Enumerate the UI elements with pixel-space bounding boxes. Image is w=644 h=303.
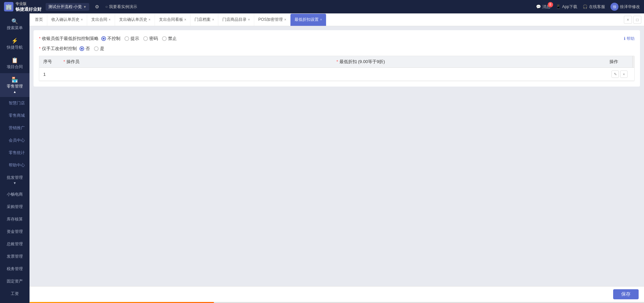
tab-store-archive[interactable]: 门店档案 × — [191, 14, 218, 26]
save-button[interactable]: 保存 — [613, 289, 639, 299]
sidebar-item-invoice[interactable]: 发票管理 — [0, 250, 30, 263]
settings-card: 收银员低于最低折扣控制策略 不控制 提示 密码 — [34, 30, 640, 87]
radio-password[interactable]: 密码 — [143, 36, 158, 42]
page-content: 收银员低于最低折扣控制策略 不控制 提示 密码 — [30, 26, 644, 286]
row-delete-btn[interactable]: × — [620, 70, 628, 78]
logo: 🏢 专业版 畅捷通好业财 — [4, 1, 42, 12]
radio-dot-yes — [94, 46, 99, 51]
radio-hint[interactable]: 提示 — [124, 36, 139, 42]
sidebar-item-online-store[interactable]: 零售商城 — [0, 109, 30, 122]
discount-control-options: 不控制 提示 密码 禁止 — [101, 36, 177, 42]
tab-store-product[interactable]: 门店商品目录 × — [218, 14, 254, 26]
message-btn[interactable]: 💬 消息 8 — [536, 4, 550, 10]
tab-close-income-history[interactable]: × — [81, 18, 83, 21]
tab-payment-contract[interactable]: 支出合同 × — [87, 14, 115, 26]
sidebar-bottom: ⚙ — [0, 300, 30, 303]
sidebar-item-nav[interactable]: ⚡ 快捷导航 — [0, 34, 30, 54]
search-icon: 🔍 — [11, 18, 18, 24]
sidebar-item-search[interactable]: 🔍 搜索菜单 — [0, 15, 30, 34]
row-edit-btn[interactable]: ✎ — [611, 70, 619, 78]
tab-close-pos-password[interactable]: × — [284, 18, 286, 21]
sidebar-item-marketing[interactable]: 营销推广 — [0, 122, 30, 134]
topbar-right: 💬 消息 8 📱 App下载 🎧 在线客服 徐 徐泽华修改 — [536, 3, 640, 11]
tab-close-store-archive[interactable]: × — [212, 18, 214, 21]
col-discount-header: 最低折扣 (9.00等于9折) — [332, 56, 605, 67]
online-service-btn[interactable]: 🎧 在线客服 — [583, 4, 605, 10]
discount-control-row: 收银员低于最低折扣控制策略 不控制 提示 密码 — [39, 36, 635, 42]
logo-text: 专业版 畅捷通好业财 — [15, 1, 42, 12]
logo-icon: 🏢 — [4, 2, 13, 11]
sidebar-item-stats[interactable]: 零售统计 — [0, 147, 30, 159]
message-icon: 💬 — [536, 4, 541, 9]
sidebar-item-purchase[interactable]: 采购管理 — [0, 201, 30, 213]
chevron-down-icon: ▼ — [13, 181, 16, 185]
app-icon: 📱 — [556, 4, 561, 9]
tab-close-payment-contract-board[interactable]: × — [184, 18, 186, 21]
row-action-cell: ✎ × — [607, 68, 634, 81]
tab-close-store-product[interactable]: × — [248, 18, 250, 21]
lightning-icon: ⚡ — [11, 38, 18, 44]
tab-close-payment-confirm-history[interactable]: × — [149, 18, 151, 21]
project-selector[interactable]: 测试分开流程-小觉 ▼ — [46, 3, 89, 11]
col-seq-header: 序号 — [39, 56, 59, 67]
main-layout: 🔍 搜索菜单 ⚡ 快捷导航 📋 项目合同 🏪 零售管理 ▲ 智慧门店 零售商城 … — [0, 13, 644, 303]
sidebar-item-project[interactable]: 📋 项目合同 — [0, 54, 30, 73]
radio-forbid[interactable]: 禁止 — [162, 36, 177, 42]
table-header: 序号 操作员 最低折扣 (9.00等于9折) 操作 — [39, 56, 634, 68]
contract-icon: 📋 — [11, 57, 18, 63]
sidebar-item-inventory[interactable]: 库存核算 — [0, 213, 30, 225]
tab-close-min-discount[interactable]: × — [320, 18, 322, 21]
content-area: 首页 收入确认单历史 × 支出合同 × 支出确认单历史 × 支出合同看板 × 门… — [30, 13, 644, 303]
sidebar: 🔍 搜索菜单 ⚡ 快捷导航 📋 项目合同 🏪 零售管理 ▲ 智慧门店 零售商城 … — [0, 13, 30, 303]
tab-payment-contract-board[interactable]: 支出合同看板 × — [155, 14, 191, 26]
sidebar-item-tax[interactable]: 税务管理 — [0, 263, 30, 275]
demo-link[interactable]: ○ 我要看实例演示 — [105, 4, 137, 10]
sidebar-item-help[interactable]: 帮助中心 — [0, 159, 30, 171]
sidebar-item-ledger[interactable]: 总账管理 — [0, 238, 30, 250]
sidebar-item-batch[interactable]: 批发管理 ▼ — [0, 171, 30, 188]
app-download-btn[interactable]: 📱 App下载 — [556, 4, 577, 10]
tab-income-history[interactable]: 收入确认单历史 × — [47, 14, 87, 26]
tab-bar: 首页 收入确认单历史 × 支出合同 × 支出确认单历史 × 支出合同看板 × 门… — [30, 13, 644, 26]
close-tab-action[interactable]: × — [624, 16, 632, 24]
chevron-icon: ▲ — [13, 90, 16, 94]
sidebar-item-payroll[interactable]: 工资 — [0, 288, 30, 300]
radio-no-control[interactable]: 不控制 — [101, 36, 120, 42]
tab-close-payment-contract[interactable]: × — [109, 18, 111, 21]
bottom-bar: 保存 — [30, 286, 644, 302]
scrollbar-placeholder — [632, 56, 634, 67]
discount-table: 序号 操作员 最低折扣 (9.00等于9折) 操作 1 ✎ × — [39, 56, 635, 81]
radio-dot-hint — [124, 36, 129, 41]
settings-icon[interactable]: ⚙ — [93, 3, 101, 11]
col-action-header: 操作 — [605, 56, 632, 67]
avatar: 徐 — [610, 3, 619, 11]
demo-icon: ○ — [105, 4, 108, 9]
tab-payment-confirm-history[interactable]: 支出确认单历史 × — [115, 14, 155, 26]
row-actions: ✎ × — [611, 70, 630, 78]
sidebar-item-ecommerce[interactable]: 小畅电商 — [0, 188, 30, 201]
col-operator-header: 操作员 — [59, 56, 332, 67]
manual-control-options: 否 是 — [79, 46, 104, 52]
row-seq: 1 — [39, 69, 59, 80]
sidebar-item-asset[interactable]: 固定资产 — [0, 275, 30, 288]
sidebar-item-smart-store[interactable]: 智慧门店 — [0, 97, 30, 109]
radio-no[interactable]: 否 — [79, 46, 90, 52]
manual-control-row: 仅手工改价时控制 否 是 — [39, 46, 635, 52]
radio-dot-no — [79, 46, 84, 51]
radio-yes[interactable]: 是 — [94, 46, 104, 52]
help-btn[interactable]: ℹ 帮助 — [624, 36, 635, 42]
question-icon: ℹ — [624, 36, 626, 41]
sidebar-item-finance[interactable]: 资金管理 — [0, 225, 30, 238]
user-menu[interactable]: 徐 徐泽华修改 — [610, 3, 640, 11]
tab-min-discount[interactable]: 最低折扣设置 × — [290, 14, 326, 26]
sidebar-item-member[interactable]: 会员中心 — [0, 134, 30, 147]
maximize-tab-action[interactable]: □ — [633, 16, 641, 24]
chevron-down-icon: ▼ — [83, 5, 87, 9]
retail-icon: 🏪 — [11, 77, 18, 83]
discount-control-label: 收银员低于最低折扣控制策略 — [39, 36, 99, 42]
tab-pos-password[interactable]: POS加密管理 × — [254, 14, 290, 26]
row-operator — [59, 71, 333, 77]
sidebar-item-retail[interactable]: 🏪 零售管理 ▲ — [0, 73, 30, 97]
tab-home[interactable]: 首页 — [31, 14, 47, 26]
radio-dot-password — [143, 36, 148, 41]
